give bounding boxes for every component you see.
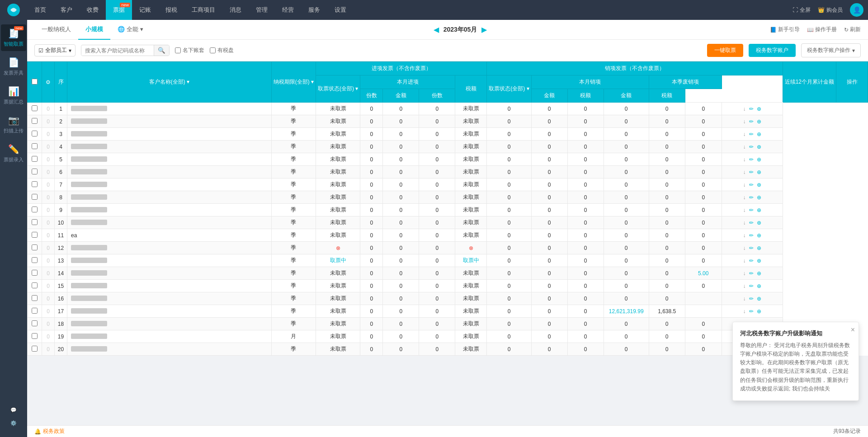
sidebar-item-scan[interactable]: 📷扫描上传	[1, 111, 26, 138]
nav-item-bookkeeping[interactable]: 记账	[132, 0, 158, 20]
row-copy-icon-14[interactable]: ⊕	[757, 270, 761, 277]
row-copy-icon-2[interactable]: ⊕	[757, 118, 761, 125]
sidebar-item-issue[interactable]: 📄发票开具	[1, 53, 26, 80]
row-download-icon-7[interactable]: ↓	[743, 182, 745, 188]
row-download-icon-6[interactable]: ↓	[743, 169, 745, 175]
row-edit-icon-13[interactable]: ✏	[749, 258, 754, 264]
row-copy-icon-4[interactable]: ⊕	[757, 144, 761, 150]
row-copy-icon-10[interactable]: ⊕	[757, 220, 761, 226]
my-accounts-filter[interactable]: 名下账套	[175, 47, 204, 54]
row-download-icon-11[interactable]: ↓	[743, 232, 745, 239]
avatar[interactable]: 👤	[850, 3, 863, 17]
row-checkbox-18[interactable]	[32, 320, 38, 326]
row-copy-icon-9[interactable]: ⊕	[757, 207, 761, 213]
row-edit-icon-14[interactable]: ✏	[749, 270, 754, 277]
row-checkbox-19[interactable]	[32, 333, 38, 339]
row-copy-icon-12[interactable]: ⊕	[757, 245, 761, 251]
row-download-icon-12[interactable]: ↓	[743, 245, 745, 251]
row-checkbox-4[interactable]	[32, 143, 38, 149]
row-edit-icon-5[interactable]: ✏	[749, 156, 754, 163]
sidebar-bottom-settings2[interactable]: ⚙️	[1, 417, 26, 430]
row-checkbox-2[interactable]	[32, 118, 38, 124]
row-edit-icon-3[interactable]: ✏	[749, 131, 754, 137]
row-download-icon-13[interactable]: ↓	[743, 258, 745, 264]
row-edit-icon-7[interactable]: ✏	[749, 182, 754, 188]
row-checkbox-1[interactable]	[32, 105, 38, 111]
col-period[interactable]: 纳税期限(全部) ▾	[271, 62, 316, 103]
row-download-icon-14[interactable]: ↓	[743, 270, 745, 277]
new-guide-btn[interactable]: 📘 新手引导	[770, 26, 800, 33]
row-checkbox-17[interactable]	[32, 308, 38, 314]
nav-item-message[interactable]: 消息	[222, 0, 249, 20]
has-tax-checkbox[interactable]	[210, 47, 216, 53]
row-checkbox-3[interactable]	[32, 131, 38, 136]
row-edit-icon-2[interactable]: ✏	[749, 118, 754, 125]
row-download-icon-3[interactable]: ↓	[743, 131, 745, 137]
row-copy-icon-3[interactable]: ⊕	[757, 131, 761, 137]
sidebar-item-entry[interactable]: ✏️票据录入	[1, 140, 26, 167]
search-button[interactable]: 🔍	[154, 45, 169, 56]
policy-link[interactable]: 🔔 税务政策	[34, 428, 65, 435]
has-tax-filter[interactable]: 有税盘	[210, 47, 234, 54]
employee-filter-checkbox[interactable]: ☑	[38, 47, 43, 54]
row-download-icon-5[interactable]: ↓	[743, 156, 745, 163]
col-in-status[interactable]: 取票状态(全部) ▾	[316, 75, 360, 103]
row-download-icon-15[interactable]: ↓	[743, 283, 745, 289]
row-copy-icon-6[interactable]: ⊕	[757, 169, 761, 175]
col-client[interactable]: 客户名称(全部) ▾	[67, 62, 272, 103]
row-copy-icon-8[interactable]: ⊕	[757, 194, 761, 201]
row-download-icon-8[interactable]: ↓	[743, 194, 745, 201]
row-checkbox-10[interactable]	[32, 219, 38, 225]
row-download-icon-9[interactable]: ↓	[743, 207, 745, 213]
tax-digital-btn[interactable]: 税务数字账户	[749, 44, 796, 57]
row-copy-icon-13[interactable]: ⊕	[757, 258, 761, 264]
row-checkbox-15[interactable]	[32, 282, 38, 288]
row-edit-icon-8[interactable]: ✏	[749, 194, 754, 201]
nav-item-service[interactable]: 服务	[301, 0, 327, 20]
row-download-icon-16[interactable]: ↓	[743, 296, 745, 302]
row-checkbox-13[interactable]	[32, 257, 38, 263]
row-edit-icon-10[interactable]: ✏	[749, 220, 754, 226]
row-edit-icon-9[interactable]: ✏	[749, 207, 754, 213]
refresh-btn[interactable]: ↻ 刷新	[844, 26, 861, 33]
row-checkbox-6[interactable]	[32, 169, 38, 174]
one-click-btn[interactable]: 一键取票	[707, 44, 743, 57]
row-checkbox-5[interactable]	[32, 156, 38, 162]
row-edit-icon-12[interactable]: ✏	[749, 245, 754, 251]
row-edit-icon-15[interactable]: ✏	[749, 283, 754, 289]
row-edit-icon-11[interactable]: ✏	[749, 232, 754, 239]
row-edit-icon-4[interactable]: ✏	[749, 144, 754, 150]
sidebar-item-summary[interactable]: 📊票据汇总	[1, 82, 26, 109]
row-checkbox-14[interactable]	[32, 270, 38, 276]
nav-item-tax[interactable]: 报税	[158, 0, 184, 20]
next-month-btn[interactable]: ▶	[481, 25, 487, 34]
row-copy-icon-15[interactable]: ⊕	[757, 283, 761, 289]
notification-close-btn[interactable]: ×	[851, 326, 855, 334]
my-accounts-checkbox[interactable]	[175, 47, 181, 53]
sidebar-bottom-help[interactable]: 💬	[1, 404, 26, 417]
search-input[interactable]	[81, 46, 154, 56]
row-checkbox-11[interactable]	[32, 232, 38, 238]
nav-item-income[interactable]: 收费	[80, 0, 106, 20]
row-download-icon-10[interactable]: ↓	[743, 220, 745, 226]
prev-month-btn[interactable]: ◀	[434, 25, 439, 34]
row-download-icon-1[interactable]: ↓	[743, 106, 745, 112]
nav-item-business[interactable]: 工商项目	[184, 0, 222, 20]
tab-small[interactable]: 小规模	[78, 20, 110, 40]
row-edit-icon-16[interactable]: ✏	[749, 296, 754, 302]
row-copy-icon-7[interactable]: ⊕	[757, 182, 761, 188]
row-checkbox-16[interactable]	[32, 295, 38, 301]
row-download-icon-4[interactable]: ↓	[743, 144, 745, 150]
fullscreen-btn[interactable]: ⛶ 全屏	[793, 6, 811, 14]
row-copy-icon-11[interactable]: ⊕	[757, 232, 761, 239]
nav-item-operation[interactable]: 经营	[275, 0, 301, 20]
row-checkbox-8[interactable]	[32, 194, 38, 200]
nav-item-manage[interactable]: 管理	[249, 0, 275, 20]
sidebar-item-smart-invoice[interactable]: new🧾智能取票	[1, 24, 26, 51]
row-download-icon-2[interactable]: ↓	[743, 118, 745, 125]
row-copy-icon-16[interactable]: ⊕	[757, 296, 761, 302]
row-download-icon-17[interactable]: ↓	[743, 308, 745, 315]
select-all-checkbox[interactable]	[32, 79, 38, 85]
nav-item-settings[interactable]: 设置	[327, 0, 354, 20]
tax-operation-btn[interactable]: 税务数字账户操作 ▾	[801, 43, 861, 57]
